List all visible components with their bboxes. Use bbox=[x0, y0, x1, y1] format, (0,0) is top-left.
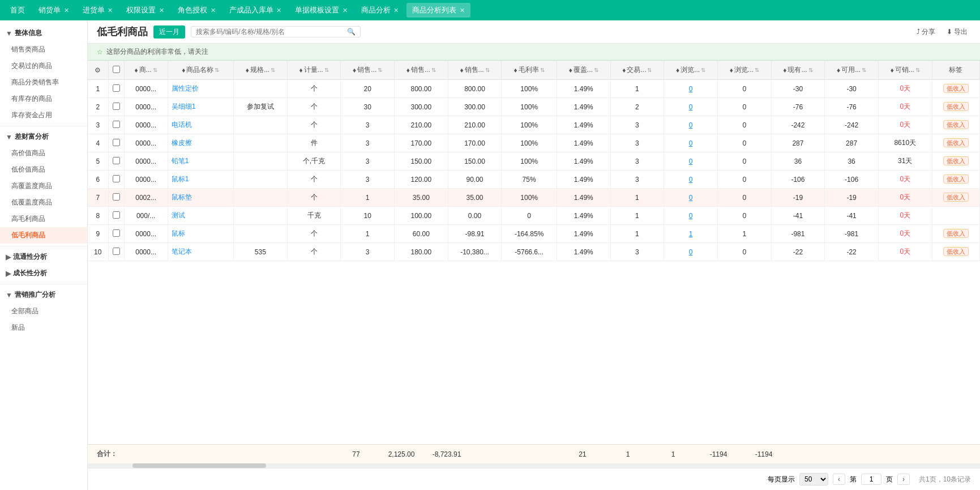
close-roles-tab[interactable]: ✕ bbox=[211, 7, 216, 14]
row-view1[interactable]: 0 bbox=[664, 189, 718, 207]
row-checkbox[interactable] bbox=[113, 121, 120, 128]
prev-page-button[interactable]: ‹ bbox=[833, 474, 845, 485]
sort-name-icon[interactable]: ⇅ bbox=[215, 67, 219, 73]
sort-stock1-icon[interactable]: ⇅ bbox=[808, 67, 813, 73]
sidebar-group-marketing[interactable]: ▼ 营销推广分析 bbox=[0, 287, 87, 303]
sidebar-item-low-value[interactable]: 低价值商品 bbox=[0, 161, 87, 178]
row-checkbox-cell[interactable] bbox=[108, 189, 124, 207]
nav-analysis-list[interactable]: 商品分析列表 ✕ bbox=[406, 3, 470, 18]
select-all-checkbox[interactable] bbox=[113, 66, 120, 73]
sidebar-item-stock-capital[interactable]: 库存资金占用 bbox=[0, 107, 87, 123]
row-checkbox[interactable] bbox=[113, 229, 120, 237]
row-name[interactable]: 属性定价 bbox=[168, 80, 233, 98]
search-icon[interactable]: 🔍 bbox=[347, 28, 356, 36]
sidebar-item-new-goods[interactable]: 新品 bbox=[0, 319, 87, 336]
export-button[interactable]: ⬇ 导出 bbox=[943, 25, 971, 39]
sort-spec-icon[interactable]: ⇅ bbox=[271, 67, 275, 73]
share-button[interactable]: ⤴ 分享 bbox=[913, 25, 939, 39]
row-checkbox-cell[interactable] bbox=[108, 171, 124, 189]
sidebar-group-wealth[interactable]: ▼ 差财富分析 bbox=[0, 129, 87, 145]
row-name[interactable]: 橡皮擦 bbox=[168, 134, 233, 152]
nav-purchase[interactable]: 进货单 ✕ bbox=[77, 3, 119, 18]
row-name[interactable]: 鼠标垫 bbox=[168, 189, 233, 207]
nav-analysis[interactable]: 商品分析 ✕ bbox=[356, 3, 405, 18]
close-permissions-tab[interactable]: ✕ bbox=[159, 7, 164, 14]
sort-deal-icon[interactable]: ⇅ bbox=[647, 67, 652, 73]
col-checkbox[interactable] bbox=[108, 61, 124, 80]
search-input[interactable] bbox=[196, 28, 345, 36]
row-view1[interactable]: 0 bbox=[664, 152, 718, 171]
row-view1[interactable]: 0 bbox=[664, 80, 718, 98]
nav-roles[interactable]: 角色授权 ✕ bbox=[172, 3, 221, 18]
sort-stock2-icon[interactable]: ⇅ bbox=[862, 67, 866, 73]
horizontal-scrollbar[interactable] bbox=[88, 463, 980, 468]
row-name[interactable]: 测试 bbox=[168, 207, 233, 225]
row-name[interactable]: 鼠标 bbox=[168, 225, 233, 243]
row-checkbox-cell[interactable] bbox=[108, 80, 124, 98]
sort-code-icon[interactable]: ⇅ bbox=[153, 67, 157, 73]
sort-gross1-icon[interactable]: ⇅ bbox=[540, 67, 545, 73]
row-checkbox[interactable] bbox=[113, 139, 120, 146]
close-analysis-tab[interactable]: ✕ bbox=[393, 7, 399, 14]
nav-products[interactable]: 产成品入库单 ✕ bbox=[224, 3, 288, 18]
sidebar-item-all-goods[interactable]: 全部商品 bbox=[0, 303, 87, 319]
row-checkbox[interactable] bbox=[113, 84, 120, 92]
sort-unit-icon[interactable]: ⇅ bbox=[324, 67, 329, 73]
row-view1[interactable]: 0 bbox=[664, 98, 718, 116]
row-checkbox[interactable] bbox=[113, 157, 120, 164]
sidebar-item-high-coverage[interactable]: 高覆盖度商品 bbox=[0, 178, 87, 194]
scrollbar-thumb[interactable] bbox=[132, 463, 266, 468]
row-checkbox-cell[interactable] bbox=[108, 116, 124, 134]
row-name[interactable]: 铅笔1 bbox=[168, 152, 233, 171]
page-number-input[interactable] bbox=[861, 474, 881, 485]
row-view1[interactable]: 0 bbox=[664, 134, 718, 152]
row-view1[interactable]: 1 bbox=[664, 225, 718, 243]
settings-icon[interactable]: ⚙ bbox=[95, 66, 101, 74]
row-view1[interactable]: 0 bbox=[664, 116, 718, 134]
sort-sales3-icon[interactable]: ⇅ bbox=[485, 67, 490, 73]
sidebar-item-traded-goods[interactable]: 交易过的商品 bbox=[0, 58, 87, 74]
next-page-button[interactable]: › bbox=[897, 474, 910, 485]
row-view1[interactable]: 0 bbox=[664, 207, 718, 225]
row-checkbox-cell[interactable] bbox=[108, 98, 124, 116]
row-name[interactable]: 笔记本 bbox=[168, 243, 233, 261]
row-view1[interactable]: 0 bbox=[664, 243, 718, 261]
close-templates-tab[interactable]: ✕ bbox=[343, 7, 348, 14]
sidebar-item-sales-goods[interactable]: 销售类商品 bbox=[0, 41, 87, 58]
sort-sales1-icon[interactable]: ⇅ bbox=[378, 67, 382, 73]
sidebar-item-in-stock[interactable]: 有库存的商品 bbox=[0, 91, 87, 107]
sidebar-item-high-value[interactable]: 高价值商品 bbox=[0, 145, 87, 161]
close-purchase-tab[interactable]: ✕ bbox=[108, 7, 113, 14]
close-analysis-list-tab[interactable]: ✕ bbox=[460, 7, 465, 14]
row-checkbox[interactable] bbox=[113, 248, 120, 255]
sidebar-item-high-margin[interactable]: 高毛利商品 bbox=[0, 211, 87, 227]
row-checkbox-cell[interactable] bbox=[108, 207, 124, 225]
row-checkbox-cell[interactable] bbox=[108, 152, 124, 171]
sidebar-item-category-rate[interactable]: 商品分类销售率 bbox=[0, 74, 87, 91]
nav-home[interactable]: 首页 bbox=[5, 3, 31, 18]
row-name[interactable]: 吴细细1 bbox=[168, 98, 233, 116]
close-products-tab[interactable]: ✕ bbox=[276, 7, 281, 14]
date-filter-button[interactable]: 近一月 bbox=[153, 25, 185, 39]
sidebar-group-overall[interactable]: ▼ 整体信息 bbox=[0, 25, 87, 41]
sort-view2-icon[interactable]: ⇅ bbox=[755, 67, 759, 73]
sort-view1-icon[interactable]: ⇅ bbox=[701, 67, 705, 73]
row-name[interactable]: 鼠标1 bbox=[168, 171, 233, 189]
row-checkbox[interactable] bbox=[113, 193, 120, 201]
sort-coverage-icon[interactable]: ⇅ bbox=[594, 67, 598, 73]
row-checkbox-cell[interactable] bbox=[108, 225, 124, 243]
row-checkbox[interactable] bbox=[113, 211, 120, 219]
row-checkbox-cell[interactable] bbox=[108, 243, 124, 261]
sidebar-group-flow[interactable]: ▶ 流通性分析 bbox=[0, 249, 87, 265]
row-checkbox[interactable] bbox=[113, 175, 120, 182]
sidebar-group-growth[interactable]: ▶ 成长性分析 bbox=[0, 265, 87, 282]
nav-templates[interactable]: 单据模板设置 ✕ bbox=[289, 3, 353, 18]
sort-sales2-icon[interactable]: ⇅ bbox=[431, 67, 436, 73]
col-settings[interactable]: ⚙ bbox=[88, 61, 108, 80]
sidebar-item-low-coverage[interactable]: 低覆盖度商品 bbox=[0, 194, 87, 211]
nav-permissions[interactable]: 权限设置 ✕ bbox=[121, 3, 170, 18]
nav-sales[interactable]: 销货单 ✕ bbox=[33, 3, 75, 18]
sidebar-item-low-margin[interactable]: 低毛利商品 bbox=[0, 227, 87, 244]
row-view1[interactable]: 0 bbox=[664, 171, 718, 189]
sort-stock3-icon[interactable]: ⇅ bbox=[915, 67, 920, 73]
